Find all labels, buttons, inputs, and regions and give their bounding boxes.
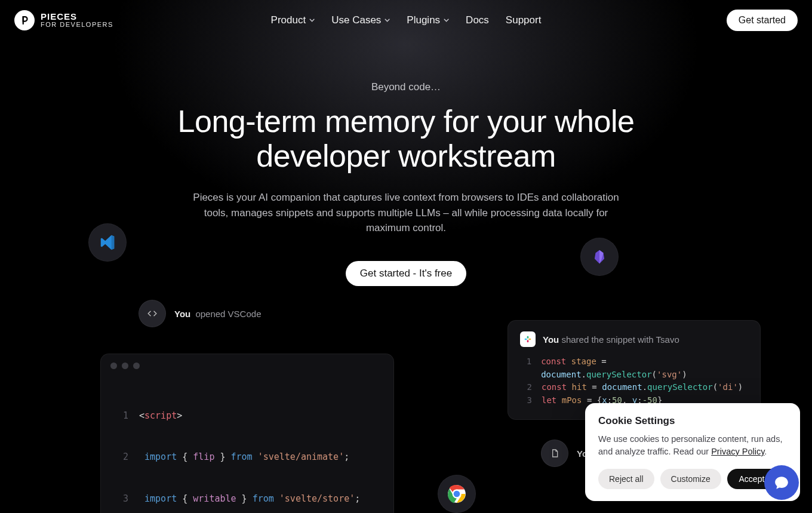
snippet-what: shared the snippet with Tsavo [561,334,679,345]
nav-product-label: Product [271,14,306,26]
hero-get-started-button[interactable]: Get started - It's free [346,261,466,286]
chevron-down-icon [384,17,390,23]
nav-docs[interactable]: Docs [466,14,489,26]
brand-line2: FOR DEVELOPERS [41,21,113,29]
brand-text: PIECES FOR DEVELOPERS [41,12,113,28]
nav-plugins[interactable]: Plugins [407,14,449,26]
hero-eyebrow: Beyond code… [0,81,812,93]
chrome-icon [438,475,476,513]
file-icon [541,440,568,467]
chevron-down-icon [309,17,315,23]
svg-rect-6 [527,340,529,342]
snippet-who: You [543,334,559,345]
chat-icon [774,475,789,490]
get-started-button[interactable]: Get started [727,10,798,31]
hero-subhead: Pieces is your AI companion that capture… [191,190,621,236]
main-nav: Product Use Cases Plugins Docs Support [271,14,542,26]
activity-text: You opened VSCode [174,309,261,319]
activity-what: opened VSCode [195,309,261,319]
window-dot [122,363,128,369]
code-block: 1<script> 2 import { flip } from 'svelte… [101,377,393,513]
activity-who: You [174,309,190,319]
brand-mark-icon [14,10,35,30]
nav-docs-label: Docs [466,14,489,26]
window-dot [110,363,117,369]
window-controls [101,354,393,377]
hero-headline-line1: Long-term memory for your whole [178,104,635,139]
hero-section: Beyond code… Long-term memory for your w… [0,81,812,286]
privacy-policy-link[interactable]: Privacy Policy [711,447,764,456]
code-icon [139,300,166,327]
hero-headline: Long-term memory for your whole develope… [0,104,812,173]
nav-plugins-label: Plugins [407,14,440,26]
nav-use-cases[interactable]: Use Cases [331,14,390,26]
svg-rect-4 [527,336,529,339]
svg-rect-3 [525,339,527,340]
hero-headline-line2: developer workstream [256,139,556,173]
reject-all-button[interactable]: Reject all [598,469,654,489]
snippet-header: You shared the snippet with Tsavo [520,331,748,347]
window-dot [133,363,140,369]
nav-use-cases-label: Use Cases [331,14,381,26]
snippet-text: You shared the snippet with Tsavo [543,334,679,345]
cookie-actions: Reject all Customize Accept all [598,469,787,489]
snippet-code: 1const stage = document.querySelector('s… [520,355,748,407]
cookie-title: Cookie Settings [598,415,787,427]
site-header: PIECES FOR DEVELOPERS Product Use Cases … [0,0,812,41]
brand-line1: PIECES [41,12,113,21]
nav-support[interactable]: Support [506,14,542,26]
chevron-down-icon [443,17,449,23]
cookie-body: We use cookies to personalize content, r… [598,433,787,458]
nav-support-label: Support [506,14,542,26]
chat-launcher-button[interactable] [764,465,799,500]
nav-product[interactable]: Product [271,14,315,26]
code-window: 1<script> 2 import { flip } from 'svelte… [100,354,394,513]
svg-rect-5 [528,339,531,340]
brand-logo[interactable]: PIECES FOR DEVELOPERS [14,10,113,30]
slack-icon [520,331,536,347]
activity-opened-vscode: You opened VSCode [139,300,261,327]
customize-button[interactable]: Customize [660,469,721,489]
